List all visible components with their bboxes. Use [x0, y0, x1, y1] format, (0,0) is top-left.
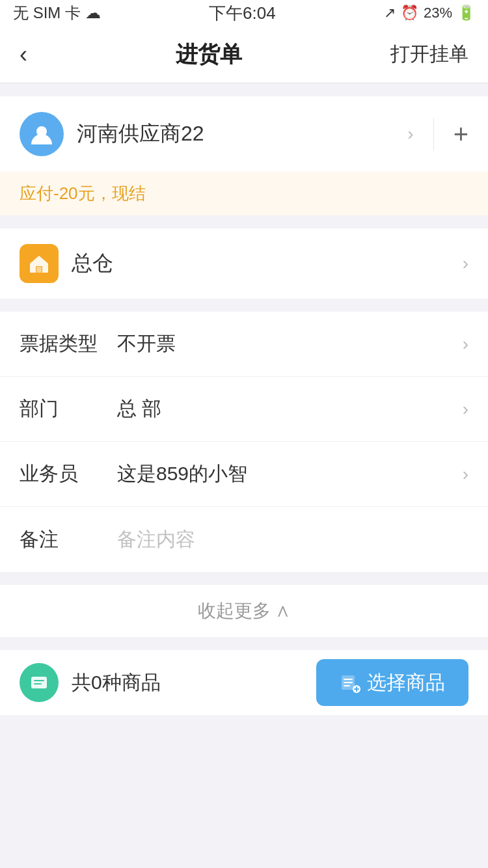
footer-bar: 共0种商品 选择商品	[0, 650, 488, 715]
battery-icon: 🔋	[457, 5, 475, 21]
gap-1	[0, 83, 488, 96]
battery-level: 23%	[424, 5, 452, 21]
remark-row[interactable]: 备注 备注内容	[0, 507, 488, 572]
supplier-row[interactable]: 河南供应商22 › +	[0, 96, 488, 172]
status-time: 下午6:04	[209, 2, 276, 25]
remark-label: 备注	[20, 526, 111, 553]
sim-status: 无 SIM 卡 ☁	[13, 3, 101, 23]
product-count: 共0种商品	[72, 670, 316, 696]
nav-bar: ‹ 进货单 打开挂单	[0, 26, 488, 83]
page-title: 进货单	[176, 40, 242, 70]
supplier-divider	[433, 118, 434, 150]
supplier-chevron-icon: ›	[407, 124, 413, 144]
department-label: 部门	[20, 396, 111, 422]
collapse-row[interactable]: 收起更多 ∧	[0, 585, 488, 637]
salesperson-row[interactable]: 业务员 这是859的小智 ›	[0, 442, 488, 507]
warehouse-chevron-icon: ›	[463, 253, 468, 274]
salesperson-value: 这是859的小智	[117, 461, 463, 487]
department-value: 总 部	[117, 396, 463, 422]
department-chevron-icon: ›	[463, 399, 468, 420]
status-right: ↗ ⏰ 23% 🔋	[384, 5, 475, 21]
warehouse-name: 总仓	[72, 249, 463, 278]
invoice-type-row[interactable]: 票据类型 不开票 ›	[0, 312, 488, 377]
svg-rect-3	[31, 677, 47, 688]
warehouse-section: 总仓 ›	[0, 228, 488, 299]
department-row[interactable]: 部门 总 部 ›	[0, 377, 488, 442]
collapse-label: 收起更多 ∧	[198, 599, 291, 623]
warehouse-row[interactable]: 总仓 ›	[0, 228, 488, 299]
warehouse-icon	[20, 244, 59, 283]
notice-banner: 应付-20元，现结	[0, 172, 488, 215]
cart-icon	[20, 663, 59, 702]
invoice-type-chevron-icon: ›	[463, 334, 468, 355]
add-supplier-button[interactable]: +	[454, 120, 468, 149]
alarm-icon: ⏰	[401, 5, 418, 21]
svg-rect-2	[36, 267, 42, 273]
invoice-type-label: 票据类型	[20, 331, 111, 357]
supplier-avatar	[20, 112, 64, 156]
salesperson-chevron-icon: ›	[463, 464, 468, 485]
select-product-label: 选择商品	[367, 670, 445, 696]
open-pending-button[interactable]: 打开挂单	[390, 41, 468, 68]
status-left: 无 SIM 卡 ☁	[13, 3, 101, 23]
supplier-section: 河南供应商22 › + 应付-20元，现结	[0, 96, 488, 215]
supplier-name: 河南供应商22	[77, 120, 407, 148]
status-bar: 无 SIM 卡 ☁ 下午6:04 ↗ ⏰ 23% 🔋	[0, 0, 488, 26]
remark-value[interactable]: 备注内容	[117, 526, 468, 553]
invoice-type-value: 不开票	[117, 331, 463, 357]
form-section: 票据类型 不开票 › 部门 总 部 › 业务员 这是859的小智 › 备注 备注…	[0, 312, 488, 572]
salesperson-label: 业务员	[20, 461, 111, 487]
select-product-button[interactable]: 选择商品	[316, 659, 468, 706]
location-icon: ↗	[384, 5, 396, 21]
page-rest	[0, 715, 488, 868]
back-button[interactable]: ‹	[20, 41, 27, 68]
